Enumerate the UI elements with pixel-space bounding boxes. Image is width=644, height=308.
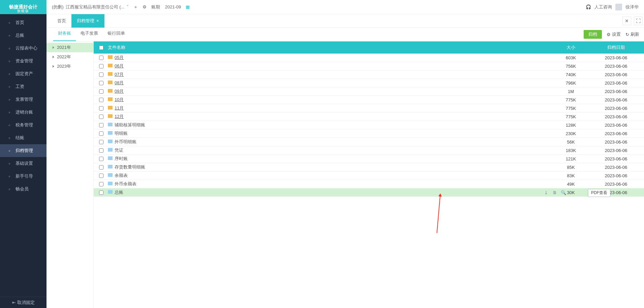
- sidebar-item-home[interactable]: ▫首页: [0, 16, 47, 29]
- sidebar-item-close-period[interactable]: ▫结账: [0, 131, 47, 144]
- subtab-电子发票[interactable]: 电子发票: [76, 28, 103, 41]
- file-link[interactable]: 08月: [115, 80, 124, 85]
- row-check[interactable]: [96, 140, 106, 144]
- row-size: 85K: [551, 165, 591, 170]
- table-row: 07月740K2023-06-06: [94, 70, 644, 79]
- sidebar-item-fixed-assets[interactable]: ▫固定资产: [0, 67, 47, 80]
- sidebar-item-guide[interactable]: ▫新手引导: [0, 170, 47, 183]
- subtab-财务账[interactable]: 财务账: [53, 28, 76, 41]
- company-selector[interactable]: (勿删) 江西服宝精品有限责任公司 (... ˅: [52, 4, 129, 10]
- year-item[interactable]: 2022年: [47, 52, 93, 62]
- folder-icon: [108, 114, 113, 118]
- subtab-银行回单[interactable]: 银行回单: [103, 28, 130, 41]
- file-name: 序时账: [115, 156, 128, 161]
- row-check[interactable]: [96, 64, 106, 68]
- consult-link[interactable]: 人工咨询: [594, 4, 612, 10]
- row-check[interactable]: [96, 123, 106, 127]
- file-link[interactable]: 11月: [115, 105, 124, 111]
- company-name: 江西服宝精品有限责任公司 (...: [66, 4, 125, 10]
- settings-button[interactable]: ⚙ 设置: [607, 31, 621, 37]
- download-icon[interactable]: ⤓: [543, 189, 549, 195]
- sidebar-item-invoice[interactable]: ▫发票管理: [0, 93, 47, 106]
- avatar-icon: [615, 4, 622, 10]
- row-check[interactable]: [96, 115, 106, 119]
- year-item[interactable]: 2021年: [47, 43, 93, 52]
- row-size: 183K: [551, 148, 591, 153]
- check-all[interactable]: [96, 45, 106, 50]
- sidebar: 畅捷通好会计 旗舰版 ▫首页▫总账▫云报表中心▫资金管理▫固定资产▫工资▫发票管…: [0, 0, 47, 308]
- table-row: 08月796K2023-06-06: [94, 79, 644, 87]
- file-link[interactable]: 05月: [115, 55, 124, 60]
- table-row: 序时账121K2023-06-06: [94, 155, 644, 163]
- chevron-down-icon: ˅: [126, 4, 129, 9]
- row-check[interactable]: [96, 157, 106, 161]
- ledger-icon: ▫: [7, 33, 12, 38]
- row-check[interactable]: [96, 98, 106, 102]
- refresh-button[interactable]: ↻ 刷新: [625, 31, 639, 37]
- file-link[interactable]: 12月: [115, 114, 124, 119]
- row-check[interactable]: [96, 81, 106, 85]
- row-check[interactable]: [96, 174, 106, 178]
- sidebar-item-inventory[interactable]: ▫进销台账: [0, 106, 47, 119]
- row-check[interactable]: [96, 148, 106, 153]
- arrow-right-icon: [53, 46, 54, 49]
- row-date: 2023-06-06: [591, 89, 641, 94]
- row-size: 83K: [551, 173, 591, 178]
- sidebar-item-ledger[interactable]: ▫总账: [0, 29, 47, 42]
- row-date: 2023-06-06: [591, 97, 641, 102]
- arrow-right-icon: [53, 56, 54, 58]
- user-name[interactable]: 徐泽华: [625, 4, 639, 10]
- row-check[interactable]: [96, 190, 106, 195]
- row-check[interactable]: [96, 56, 106, 60]
- sidebar-item-funds[interactable]: ▫资金管理: [0, 55, 47, 67]
- row-check[interactable]: [96, 89, 106, 94]
- file-icon: [108, 190, 113, 194]
- file-link[interactable]: 07月: [115, 72, 124, 77]
- tab-close-button[interactable]: ✕: [622, 17, 631, 25]
- row-date: 2023-06-06: [591, 156, 641, 161]
- file-icon: [108, 156, 113, 160]
- table-row: 辅助核算明细账128K2023-06-06: [94, 121, 644, 129]
- row-size: 775K: [551, 97, 591, 102]
- sidebar-item-salary[interactable]: ▫工资: [0, 80, 47, 93]
- fullscreen-button[interactable]: ⛶: [634, 17, 643, 25]
- row-check[interactable]: [96, 131, 106, 136]
- row-date: 2023-06-06: [591, 123, 641, 128]
- row-check[interactable]: [96, 106, 106, 111]
- row-size: 603K: [551, 55, 591, 60]
- year-item[interactable]: 2023年: [47, 62, 93, 71]
- tab-归档管理[interactable]: 归档管理×: [71, 14, 104, 28]
- row-check[interactable]: [96, 165, 106, 170]
- reports-icon: ▫: [7, 45, 12, 51]
- period-value[interactable]: 2021-09: [165, 4, 181, 9]
- sidebar-item-membership[interactable]: ▫畅会员: [0, 183, 47, 195]
- archive-button[interactable]: 归档: [584, 30, 602, 39]
- sidebar-item-reports[interactable]: ▫云报表中心: [0, 42, 47, 55]
- calendar-icon[interactable]: ▦: [186, 4, 190, 9]
- pdf-icon[interactable]: 🗎: [552, 189, 558, 195]
- gear-icon[interactable]: ⚙: [143, 4, 147, 9]
- sidebar-item-tax[interactable]: ▫税务管理: [0, 119, 47, 131]
- add-icon[interactable]: ＋: [133, 4, 138, 10]
- folder-icon: [108, 72, 113, 76]
- close-period-icon: ▫: [7, 135, 12, 141]
- view-icon[interactable]: 🔍: [560, 189, 566, 195]
- fixed-assets-icon: ▫: [7, 71, 12, 76]
- file-link[interactable]: 06月: [115, 63, 124, 68]
- sidebar-unpin[interactable]: ⇤ 取消固定: [0, 297, 47, 308]
- row-date: 2023-06-06: [591, 64, 641, 69]
- row-check[interactable]: [96, 182, 106, 186]
- sidebar-item-archive[interactable]: ▫归档管理: [0, 144, 47, 157]
- row-size: 740K: [551, 72, 591, 77]
- close-icon[interactable]: ×: [96, 18, 99, 23]
- row-size: 49K: [551, 182, 591, 187]
- folder-icon: [108, 97, 113, 101]
- row-check[interactable]: [96, 72, 106, 77]
- toolbar: 归档 ⚙ 设置 ↻ 刷新: [146, 28, 644, 41]
- row-size: 230K: [551, 131, 591, 136]
- company-prefix: (勿删): [52, 4, 64, 10]
- sidebar-item-settings[interactable]: ▫基础设置: [0, 157, 47, 170]
- file-link[interactable]: 09月: [115, 89, 124, 94]
- file-link[interactable]: 10月: [115, 97, 124, 102]
- tab-首页[interactable]: 首页: [52, 14, 71, 28]
